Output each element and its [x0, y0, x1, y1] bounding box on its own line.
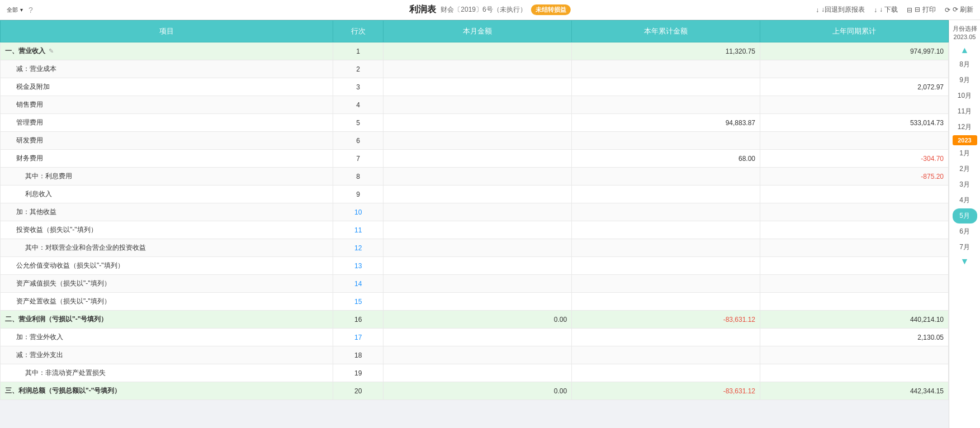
table-cell-month [384, 114, 572, 132]
month-item[interactable]: 10月 [953, 88, 977, 103]
table-cell-lastyear: 440,214.10 [760, 311, 949, 329]
edit-icon[interactable]: ✎ [49, 47, 54, 54]
table-cell-year: 94,883.87 [572, 114, 760, 132]
scroll-up-button[interactable]: ▲ [959, 44, 970, 56]
help-icon[interactable]: ? [29, 6, 33, 15]
table-cell-item: 二、营业利润（亏损以"-"号填列） [1, 311, 333, 329]
table-cell-lastyear [760, 96, 949, 114]
scroll-down-button[interactable]: ▼ [959, 255, 970, 268]
table-cell-year [572, 329, 760, 346]
month-selector-year: 2023.05 [954, 34, 976, 40]
table-cell-row-num: 8 [333, 168, 384, 186]
table-cell-month [384, 60, 572, 78]
table-cell-item: 其中：非流动资产处置损失 [1, 364, 333, 382]
table-cell-lastyear: 442,344.15 [760, 382, 949, 400]
table-cell-item: 投资收益（损失以"-"填列） [1, 221, 333, 239]
month-item[interactable]: 7月 [953, 240, 977, 255]
month-item[interactable]: 6月 [953, 224, 977, 239]
download-label: ↓ 下载 [879, 5, 898, 15]
table-cell-item: 三、利润总额（亏损总额以"-"号填列） [1, 382, 333, 400]
month-item[interactable]: 2月 [953, 161, 977, 177]
top-bar-left: 全部 ▾ ? [7, 6, 33, 15]
download-button[interactable]: ↓ ↓ 下载 [874, 5, 898, 15]
table-cell-month: 0.00 [384, 311, 572, 329]
top-bar: 全部 ▾ ? 利润表 财会〔2019〕6号（未执行） 未结转损益 ↓ ↓回退到原… [0, 0, 980, 20]
month-sidebar: 月份选择2023.05 ▲ 8月9月10月11月12月20231月2月3月4月5… [949, 20, 980, 428]
month-item[interactable]: 4月 [953, 193, 977, 208]
table-cell-month [384, 203, 572, 221]
table-cell-month [384, 364, 572, 382]
chevron-down-icon: ▾ [20, 7, 23, 13]
table-cell-lastyear [760, 132, 949, 150]
page-title: 利润表 [409, 4, 436, 16]
col-header-month: 本月金额 [384, 21, 572, 42]
back-button[interactable]: ↓ ↓回退到原报表 [816, 5, 865, 15]
table-cell-lastyear [760, 221, 949, 239]
table-cell-month: 0.00 [384, 382, 572, 400]
table-cell-year [572, 78, 760, 96]
table-cell-lastyear [760, 60, 949, 78]
report-table: 项目 行次 本月金额 本年累计金额 上年同期累计 一、营业收入✎111,320.… [0, 20, 949, 400]
month-item[interactable]: 9月 [953, 73, 977, 88]
table-cell-row-num: 4 [333, 96, 384, 114]
table-cell-month [384, 78, 572, 96]
refresh-button[interactable]: ⟳ ⟳ 刷新 [945, 5, 973, 15]
table-cell-lastyear: -304.70 [760, 150, 949, 168]
table-cell-month [384, 168, 572, 186]
refresh-label: ⟳ 刷新 [953, 5, 973, 15]
table-cell-item: 加：其他收益 [1, 203, 333, 221]
table-cell-row-num: 9 [333, 186, 384, 203]
table-cell-item: 研发费用 [1, 132, 333, 150]
table-cell-year: -83,631.12 [572, 382, 760, 400]
month-item[interactable]: 12月 [953, 120, 977, 135]
table-cell-lastyear [760, 257, 949, 275]
print-button[interactable]: ⊟ ⊟ 打印 [907, 5, 935, 15]
month-item[interactable]: 11月 [953, 104, 977, 119]
table-cell-lastyear: -875.20 [760, 168, 949, 186]
table-cell-lastyear [760, 239, 949, 257]
dropdown-trigger[interactable]: 全部 ▾ [7, 6, 23, 14]
table-cell-row-num: 5 [333, 114, 384, 132]
table-cell-year [572, 96, 760, 114]
table-cell-month [384, 150, 572, 168]
month-item[interactable]: 8月 [953, 57, 977, 72]
table-cell-lastyear [760, 346, 949, 364]
table-cell-item: 其中：利息费用 [1, 168, 333, 186]
table-cell-month [384, 186, 572, 203]
table-cell-lastyear: 2,072.97 [760, 78, 949, 96]
table-cell-year [572, 275, 760, 293]
table-cell-lastyear: 2,130.05 [760, 329, 949, 346]
dropdown-label: 全部 [7, 6, 18, 14]
table-cell-row-num: 2 [333, 60, 384, 78]
table-cell-year [572, 293, 760, 311]
month-item[interactable]: 5月 [953, 208, 977, 223]
table-cell-row-num: 3 [333, 78, 384, 96]
table-cell-row-num: 12 [333, 239, 384, 257]
table-cell-row-num: 17 [333, 329, 384, 346]
table-cell-month [384, 293, 572, 311]
month-item[interactable]: 2023 [953, 135, 977, 145]
table-cell-year [572, 239, 760, 257]
back-icon: ↓ [816, 6, 819, 14]
table-cell-item: 销售费用 [1, 96, 333, 114]
month-item[interactable]: 1月 [953, 146, 977, 161]
table-cell-item: 公允价值变动收益（损失以"-"填列） [1, 257, 333, 275]
month-item[interactable]: 3月 [953, 177, 977, 192]
table-cell-year [572, 203, 760, 221]
table-cell-lastyear [760, 275, 949, 293]
table-cell-item: 减：营业外支出 [1, 346, 333, 364]
col-header-lastyear: 上年同期累计 [760, 21, 949, 42]
table-cell-item: 税金及附加 [1, 78, 333, 96]
table-cell-row-num: 14 [333, 275, 384, 293]
table-cell-row-num: 13 [333, 257, 384, 275]
table-cell-lastyear [760, 203, 949, 221]
table-cell-lastyear: 974,997.10 [760, 42, 949, 60]
table-cell-year [572, 346, 760, 364]
table-cell-month [384, 239, 572, 257]
table-cell-lastyear [760, 293, 949, 311]
table-cell-row-num: 6 [333, 132, 384, 150]
table-cell-month [384, 96, 572, 114]
table-cell-month [384, 346, 572, 364]
table-cell-month [384, 329, 572, 346]
status-badge[interactable]: 未结转损益 [531, 4, 571, 15]
